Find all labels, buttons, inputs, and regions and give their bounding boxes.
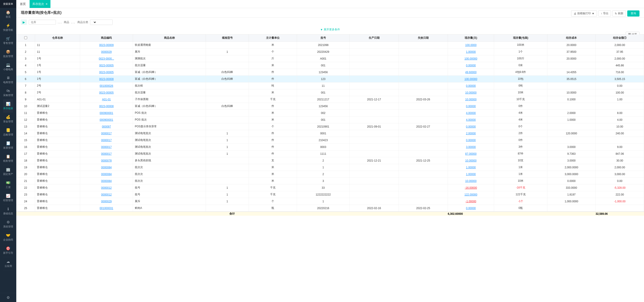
filter-arrow-button[interactable]: ▶ <box>21 20 27 25</box>
row-prod-date <box>350 103 398 110</box>
qty-main-link[interactable]: 1.00000 <box>466 166 476 169</box>
row-warehouse: 晋睿粮仓 <box>35 110 80 116</box>
qty-main-link[interactable]: 0.00000 <box>466 139 476 142</box>
code-link[interactable]: 0000084 <box>101 180 112 183</box>
code-link[interactable]: A01-01 <box>102 98 111 101</box>
qty-main-link[interactable]: 0.00000 <box>466 125 476 128</box>
sidebar-item-12[interactable]: 🏢固定资产 <box>3 165 13 178</box>
table-row: 6 1号 0023-00008 富减（白色/闷棒） 白色/闷棒 件 123 10… <box>16 76 644 82</box>
category-select-wrap[interactable] <box>90 20 113 25</box>
code-link[interactable]: 0000017 <box>101 145 112 149</box>
sidebar-item-16[interactable]: ⚙系统管理 <box>3 218 13 231</box>
sidebar-item-14[interactable]: 📈经营管理 <box>3 191 13 205</box>
sidebar-item-15[interactable]: ℹ基础信息 <box>3 205 13 218</box>
category-select[interactable] <box>92 20 96 24</box>
code-link[interactable]: 001000031 <box>100 207 113 210</box>
qty-main-link[interactable]: 87.00000 <box>465 152 476 156</box>
qty-main-link[interactable]: 100.00000 <box>464 77 477 81</box>
sidebar-item-2[interactable]: 🛒零售管理 <box>3 34 13 47</box>
sidebar-item-18[interactable]: 🎯新手引导 <box>3 244 13 257</box>
print-button[interactable]: 🖨 按模板打印 ▼ <box>571 11 597 17</box>
sidebar-item-11[interactable]: 📋税务管理 <box>3 152 13 165</box>
qty-main-link[interactable]: 4.00000 <box>466 111 476 115</box>
sidebar-item-8[interactable]: 💰资金管理 <box>3 113 13 126</box>
code-link[interactable]: 0000029 <box>101 200 112 203</box>
query-button[interactable]: 查询 <box>627 11 640 17</box>
qty-main-link[interactable]: 122.00000 <box>464 193 477 196</box>
sidebar-item-0[interactable]: 🏠首页 <box>3 8 13 21</box>
row-amount: 0.00 <box>596 178 644 184</box>
warehouse-input[interactable] <box>31 21 49 24</box>
code-link[interactable]: 0023-0000... <box>99 57 114 60</box>
row-no: 13 <box>16 123 35 130</box>
qty-main-link[interactable]: -16.00000 <box>465 186 477 189</box>
code-link[interactable]: 0000017 <box>101 132 112 135</box>
warehouse-filter[interactable] <box>29 20 56 25</box>
code-link[interactable]: 0000078 <box>101 159 112 162</box>
refresh-button[interactable]: ↻ 刷新 <box>612 11 626 17</box>
category-label: 商品分类 <box>77 20 88 24</box>
sidebar-item-13[interactable]: 💵工资 <box>3 178 13 191</box>
code-link[interactable]: 0000012 <box>101 193 112 196</box>
sidebar-item-4[interactable]: 💻小额电商 <box>3 61 13 74</box>
sidebar-settings[interactable]: ⚙ <box>0 293 16 302</box>
code-link[interactable]: 0000017 <box>101 152 112 156</box>
sidebar-item-1[interactable]: ⚡快捷导航 <box>3 21 13 34</box>
code-link[interactable]: 000097 <box>102 125 111 128</box>
qty-main-link[interactable]: 4.00000 <box>466 118 476 121</box>
sidebar-item-3[interactable]: 📦批发管理 <box>3 47 13 61</box>
code-link[interactable]: 0023-00005 <box>99 64 114 67</box>
row-prod-date <box>350 144 398 150</box>
row-cost <box>547 137 596 144</box>
code-link[interactable]: 001000026 <box>100 84 113 87</box>
sidebar-item-17[interactable]: 🤝企业协同 <box>3 231 13 244</box>
qty-main-link[interactable]: 1.00000 <box>466 173 476 176</box>
qty-main-link[interactable]: 100.0000 <box>465 44 476 47</box>
select-all-checkbox[interactable] <box>24 36 27 39</box>
code-link[interactable]: 000900001 <box>100 111 113 115</box>
qty-main-link[interactable]: 49.60000 <box>465 71 476 74</box>
tab-active[interactable]: 库存批次 ✕ <box>30 0 50 8</box>
qty-main-link[interactable]: 1.00000 <box>466 50 476 54</box>
code-link[interactable]: 0023-00005 <box>99 71 114 74</box>
row-spec <box>206 82 248 89</box>
code-link[interactable]: 0000012 <box>101 186 112 189</box>
tab-close-icon[interactable]: ✕ <box>46 3 48 6</box>
qty-main-link[interactable]: 0.00000 <box>466 207 476 210</box>
qty-main-link[interactable]: 10.00000 <box>465 159 476 162</box>
qty-main-link[interactable]: -1.00000 <box>466 200 476 203</box>
code-link[interactable]: 0023-00009 <box>99 44 114 47</box>
qty-main-link[interactable]: 100.00000 <box>464 57 477 60</box>
qty-main-link[interactable]: 0.00000 <box>466 84 476 87</box>
code-link[interactable]: 0000017 <box>101 139 112 142</box>
code-link[interactable]: 0023-00008 <box>99 77 114 81</box>
code-link[interactable]: 0000084 <box>101 173 112 176</box>
export-button[interactable]: ↑ 导出 <box>598 11 611 17</box>
row-code: 0023-00005 <box>80 89 133 96</box>
qty-main-link[interactable]: 3.00000 <box>466 145 476 149</box>
expand-conditions-button[interactable]: ▼ 展开更多条件 <box>320 28 340 32</box>
code-link[interactable]: 0023-00008 <box>99 105 114 108</box>
col-checkbox[interactable] <box>16 35 35 42</box>
sidebar-item-5[interactable]: 🖥电商管理 <box>3 74 13 87</box>
sidebar-logo[interactable]: 搜索菜单 <box>0 0 16 8</box>
sidebar-item-10[interactable]: 🧾发票管理 <box>3 139 13 152</box>
sidebar-item-7[interactable]: 📊库存核算 <box>3 99 13 113</box>
tab-home[interactable]: 首页 <box>16 0 30 8</box>
qty-main-link[interactable]: 0.00000 <box>466 105 476 108</box>
code-link[interactable]: 000900001 <box>100 118 113 121</box>
row-amount: 30.00 <box>596 157 644 164</box>
sidebar-item-6[interactable]: 🛍采购管理 <box>3 87 13 99</box>
qty-main-link[interactable]: 2.00000 <box>466 132 476 135</box>
code-link[interactable]: 0000084 <box>101 166 112 169</box>
code-link[interactable]: 0023-00005 <box>99 91 114 94</box>
qty-main-link[interactable]: 10.00000 <box>465 91 476 94</box>
qty-main-link[interactable]: 10.00000 <box>465 98 476 101</box>
sidebar-item-19[interactable]: ☁云应用 <box>3 257 13 270</box>
qty-main-link[interactable]: 10.00000 <box>465 180 476 183</box>
qty-main-link[interactable]: 0.00000 <box>466 64 476 67</box>
row-exp-date <box>398 130 448 137</box>
row-unit: 千克 <box>248 96 297 103</box>
code-link[interactable]: 0000029 <box>101 50 112 54</box>
sidebar-item-9[interactable]: 📒总账管理 <box>3 126 13 139</box>
